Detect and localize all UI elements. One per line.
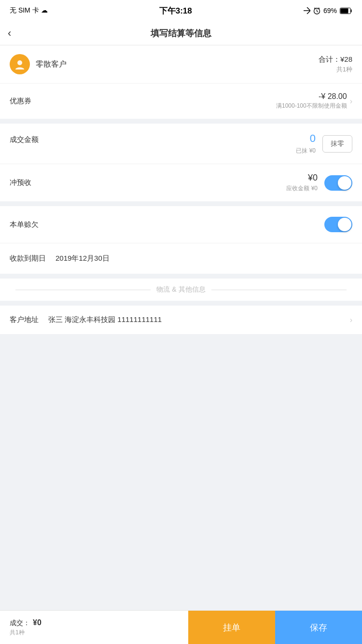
prepaid-label: 冲预收 <box>10 178 31 187</box>
debt-row: 本单赊欠 <box>0 206 362 243</box>
transaction-card: 成交金额 0 已抹 ¥0 抹零 冲预收 ¥0 应收金额 ¥0 <box>0 124 362 201</box>
back-button[interactable]: ‹ <box>8 27 11 40</box>
transaction-right: 0 已抹 ¥0 抹零 <box>296 132 352 155</box>
toggle-knob <box>338 176 351 190</box>
due-label: 收款到期日 <box>10 254 46 263</box>
sim-label: 无 SIM 卡 ☁ <box>10 6 48 15</box>
due-date-value: 2019年12月30日 <box>56 254 110 263</box>
debt-toggle-knob <box>338 218 351 231</box>
customer-right: 合计：¥28 共1种 <box>319 55 352 74</box>
bottom-deal-label: 成交： <box>10 619 30 628</box>
bottom-left: 成交： ¥0 共1种 <box>0 618 188 637</box>
transaction-sub: 已抹 ¥0 <box>296 147 316 155</box>
address-chevron-right-icon: › <box>350 316 352 324</box>
prepaid-row: 冲预收 ¥0 应收金额 ¥0 <box>0 164 362 201</box>
logistics-card: 物流 & 其他信息 <box>0 279 362 301</box>
prepaid-amount-block: ¥0 应收金额 ¥0 <box>286 173 318 193</box>
prepaid-toggle[interactable] <box>324 175 352 191</box>
svg-rect-5 <box>341 8 348 13</box>
status-bar: 无 SIM 卡 ☁ 下午3:18 69% <box>0 0 362 21</box>
content: 零散客户 合计：¥28 共1种 优惠券 -¥ 28.00 满1000-100不限… <box>0 45 362 382</box>
customer-card: 零散客户 合计：¥28 共1种 优惠券 -¥ 28.00 满1000-100不限… <box>0 45 362 119</box>
coupon-value-block: -¥ 28.00 满1000-100不限制使用金额 <box>276 92 347 110</box>
bottom-deal-line: 成交： ¥0 <box>10 618 179 628</box>
prepaid-amount: ¥0 <box>286 173 318 183</box>
coupon-row[interactable]: 优惠券 -¥ 28.00 满1000-100不限制使用金额 › <box>0 83 362 119</box>
address-row[interactable]: 客户地址 张三 海淀永丰科技园 11111111111 › <box>0 306 362 334</box>
coupon-label: 优惠券 <box>10 97 31 106</box>
save-button[interactable]: 保存 <box>275 611 362 644</box>
debt-label: 本单赊欠 <box>10 220 39 229</box>
bottom-deal-amount: ¥0 <box>33 618 42 627</box>
transaction-amount: 0 <box>296 132 316 145</box>
location-icon <box>304 7 310 14</box>
alarm-icon <box>313 7 320 14</box>
due-row: 收款到期日 2019年12月30日 <box>0 243 362 274</box>
page-title: 填写结算等信息 <box>151 28 211 39</box>
logistics-header: 物流 & 其他信息 <box>0 279 362 301</box>
address-card[interactable]: 客户地址 张三 海淀永丰科技园 11111111111 › <box>0 306 362 334</box>
prepaid-right: ¥0 应收金额 ¥0 <box>286 173 352 193</box>
total-count: 共1种 <box>319 65 352 74</box>
battery-icon <box>340 8 352 14</box>
customer-row: 零散客户 合计：¥28 共1种 <box>0 45 362 83</box>
address-value: 张三 海淀永丰科技园 11111111111 <box>48 315 162 324</box>
status-left: 无 SIM 卡 ☁ <box>10 6 48 15</box>
avatar <box>10 54 30 74</box>
customer-name: 零散客户 <box>36 59 67 70</box>
bottom-deal-count: 共1种 <box>10 629 179 637</box>
debt-toggle[interactable] <box>324 217 352 232</box>
round-button[interactable]: 抹零 <box>322 135 352 153</box>
person-icon <box>14 58 26 70</box>
coupon-desc: 满1000-100不限制使用金额 <box>276 102 347 110</box>
logistics-title: 物流 & 其他信息 <box>156 285 205 294</box>
battery-text: 69% <box>323 7 337 14</box>
svg-point-6 <box>17 60 22 65</box>
total-label: 合计：¥28 <box>319 55 352 64</box>
chevron-right-icon: › <box>350 97 352 106</box>
nav-bar: ‹ 填写结算等信息 <box>0 21 362 45</box>
coupon-amount: -¥ 28.00 <box>276 92 347 101</box>
pending-button[interactable]: 挂单 <box>188 611 275 644</box>
transaction-amount-block: 0 已抹 ¥0 <box>296 132 316 155</box>
address-left: 客户地址 张三 海淀永丰科技园 11111111111 <box>10 315 162 324</box>
transaction-label: 成交金额 <box>10 132 39 144</box>
status-time: 下午3:18 <box>159 5 192 16</box>
customer-left: 零散客户 <box>10 54 67 74</box>
status-right: 69% <box>304 7 352 14</box>
address-key: 客户地址 <box>10 315 39 324</box>
svg-line-3 <box>317 11 318 12</box>
bottom-bar: 成交： ¥0 共1种 挂单 保存 <box>0 610 362 644</box>
debt-card: 本单赊欠 收款到期日 2019年12月30日 <box>0 206 362 274</box>
transaction-row: 成交金额 0 已抹 ¥0 抹零 <box>0 124 362 164</box>
coupon-right: -¥ 28.00 满1000-100不限制使用金额 › <box>276 92 352 110</box>
prepaid-sub: 应收金额 ¥0 <box>286 184 318 193</box>
